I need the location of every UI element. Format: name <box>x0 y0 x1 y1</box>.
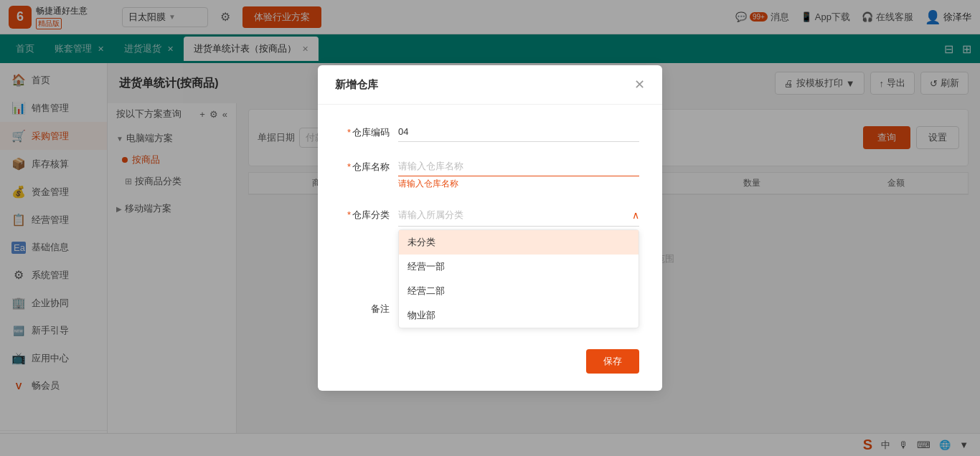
note-label: 备注 <box>341 298 398 315</box>
category-dropdown: 未分类 经营一部 经营二部 物业部 <box>398 229 639 328</box>
dropdown-item-0[interactable]: 未分类 <box>399 230 639 255</box>
category-label: 仓库分类 <box>341 204 398 222</box>
dropdown-item-2[interactable]: 经营二部 <box>399 279 639 303</box>
code-label: 仓库编码 <box>341 122 398 139</box>
modal-title: 新增仓库 <box>335 78 378 92</box>
name-error-msg: 请输入仓库名称 <box>398 178 639 190</box>
category-select[interactable]: 请输入所属分类 ∧ <box>398 204 639 227</box>
code-control <box>398 122 639 142</box>
warehouse-code-row: 仓库编码 <box>341 122 639 142</box>
name-input[interactable] <box>398 156 639 176</box>
save-button[interactable]: 保存 <box>586 349 639 374</box>
category-arrow-icon: ∧ <box>632 209 639 221</box>
modal-close-button[interactable]: ✕ <box>634 77 645 92</box>
warehouse-category-row: 仓库分类 请输入所属分类 ∧ 未分类 经营一部 经营二部 物业部 <box>341 204 639 227</box>
category-placeholder: 请输入所属分类 <box>398 209 463 222</box>
name-control: 请输入仓库名称 <box>398 156 639 190</box>
code-input[interactable] <box>398 122 639 142</box>
dropdown-item-1[interactable]: 经营一部 <box>399 255 639 279</box>
modal-footer: 保存 <box>318 349 662 374</box>
modal-overlay: 新增仓库 ✕ 仓库编码 仓库名称 请输入仓库名称 仓库分类 <box>0 0 980 456</box>
modal-body: 仓库编码 仓库名称 请输入仓库名称 仓库分类 请输入所属分类 <box>318 105 662 349</box>
modal-header: 新增仓库 ✕ <box>318 65 662 105</box>
warehouse-name-row: 仓库名称 请输入仓库名称 <box>341 156 639 190</box>
category-control: 请输入所属分类 ∧ 未分类 经营一部 经营二部 物业部 <box>398 204 639 227</box>
dropdown-item-3[interactable]: 物业部 <box>399 303 639 328</box>
name-label: 仓库名称 <box>341 156 398 174</box>
modal-add-warehouse: 新增仓库 ✕ 仓库编码 仓库名称 请输入仓库名称 仓库分类 <box>318 65 662 391</box>
